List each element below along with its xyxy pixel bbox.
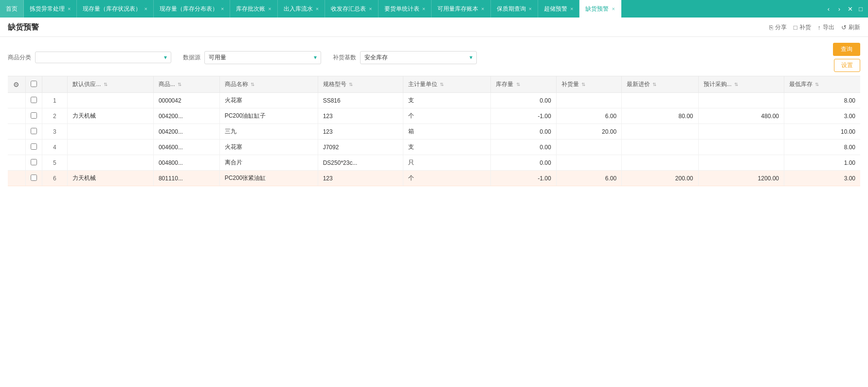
row-latest-price-cell — [622, 124, 698, 140]
category-select[interactable]: ▾ — [35, 52, 171, 63]
share-button[interactable]: ⎘ 分享 — [769, 23, 787, 32]
col-unit-sort-icon[interactable]: ⇅ — [440, 82, 444, 87]
col-stock-sort-icon[interactable]: ⇅ — [516, 82, 520, 87]
row-name-cell: 火花塞 — [219, 93, 318, 108]
col-checkbox-header[interactable] — [25, 76, 42, 93]
gear-icon[interactable]: ⚙ — [13, 81, 19, 88]
row-supplier-cell — [68, 155, 154, 171]
replenish-base-select[interactable]: 安全库存 ▾ — [360, 51, 477, 64]
col-latest-price-sort-icon[interactable]: ⇅ — [652, 82, 656, 87]
table-row[interactable]: 6力天机械801110...PC200张紧油缸123个-1.006.00200.… — [8, 171, 860, 186]
refresh-icon: ↺ — [841, 24, 847, 31]
row-latest-price-cell: 200.00 — [622, 171, 698, 186]
row-min-stock-cell: 3.00 — [784, 171, 861, 186]
row-checkbox-cell[interactable] — [25, 140, 42, 155]
row-name-cell: 火花塞 — [219, 140, 318, 155]
row-checkbox[interactable] — [31, 175, 37, 181]
shortage-table: ⚙ 默认供应... ⇅ 商品... ⇅ 商品名称 — [8, 76, 860, 186]
table-row[interactable]: 4004600...火花塞J7092支0.008.00 — [8, 140, 860, 155]
col-est-purchase-sort-icon[interactable]: ⇅ — [734, 82, 738, 87]
tab-maximize-button[interactable]: □ — [855, 3, 866, 14]
tab-close-expiry[interactable]: × — [529, 6, 532, 12]
table-row[interactable]: 2力天机械004200...PC200油缸缸子123个-1.006.0080.0… — [8, 108, 860, 124]
row-checkbox-cell[interactable] — [25, 155, 42, 171]
replenish-button[interactable]: □ 补货 — [794, 23, 811, 32]
tab-close-inventory-status[interactable]: × — [144, 6, 147, 12]
row-checkbox[interactable] — [31, 143, 37, 150]
row-num-cell: 3 — [42, 124, 68, 140]
col-settings[interactable]: ⚙ — [8, 76, 25, 93]
row-stock-cell: 0.00 — [491, 124, 556, 140]
col-supplier-sort-icon[interactable]: ⇅ — [104, 82, 108, 87]
row-unit-cell: 个 — [403, 108, 490, 124]
row-checkbox[interactable] — [31, 159, 37, 165]
row-supplier-cell — [68, 124, 154, 140]
table-row[interactable]: 3004200...三九123箱0.0020.0010.00 — [8, 124, 860, 140]
tab-close-abnormal[interactable]: × — [68, 6, 71, 12]
tab-close-order-stat[interactable]: × — [422, 6, 425, 12]
tab-abnormal[interactable]: 拣货异常处理× — [24, 0, 77, 18]
col-replenish-qty-sort-icon[interactable]: ⇅ — [581, 82, 585, 87]
tab-label-expiry: 保质期查询 — [497, 5, 526, 13]
row-unit-cell: 支 — [403, 93, 490, 108]
tab-batch-account[interactable]: 库存批次账× — [230, 0, 277, 18]
tab-close-all-button[interactable]: ✕ — [845, 3, 855, 14]
tab-close-collect-summary[interactable]: × — [369, 6, 372, 12]
row-spec-cell: DS250*23c... — [318, 155, 403, 171]
row-code-cell: 004200... — [153, 124, 219, 140]
tab-next-button[interactable]: › — [834, 3, 845, 14]
export-button[interactable]: ↑ 导出 — [818, 23, 835, 32]
settings-button[interactable]: 设置 — [834, 59, 860, 72]
row-min-stock-cell: 1.00 — [784, 155, 861, 171]
tab-close-overstock[interactable]: × — [570, 6, 573, 12]
table-row[interactable]: 10000042火花塞SS816支0.008.00 — [8, 93, 860, 108]
col-latest-price-header: 最新进价 ⇅ — [622, 76, 698, 93]
row-est-purchase-cell: 1200.00 — [698, 171, 784, 186]
tab-avail-ledger[interactable]: 可用量库存账本× — [432, 0, 490, 18]
row-checkbox[interactable] — [31, 112, 37, 119]
tab-label-overstock: 超储预警 — [544, 5, 567, 13]
col-code-label: 商品... — [159, 81, 175, 88]
row-checkbox[interactable] — [31, 97, 37, 103]
tab-prev-button[interactable]: ‹ — [823, 3, 834, 14]
tab-overstock[interactable]: 超储预警× — [538, 0, 579, 18]
row-latest-price-cell — [622, 155, 698, 171]
tab-close-shortage[interactable]: × — [612, 6, 615, 12]
row-checkbox-cell[interactable] — [25, 93, 42, 108]
col-min-stock-sort-icon[interactable]: ⇅ — [815, 82, 819, 87]
tab-nav-buttons: ‹ › ✕ □ — [823, 3, 868, 14]
tab-home[interactable]: 首页 — [0, 0, 24, 18]
row-est-purchase-cell — [698, 93, 784, 108]
refresh-button[interactable]: ↺ 刷新 — [841, 23, 860, 32]
col-code-sort-icon[interactable]: ⇅ — [178, 82, 181, 87]
col-name-label: 商品名称 — [225, 81, 248, 88]
tab-expiry[interactable]: 保质期查询× — [491, 0, 538, 18]
tab-label-batch-account: 库存批次账 — [236, 5, 265, 13]
col-spec-label: 规格型号 — [323, 81, 346, 88]
tab-close-batch-account[interactable]: × — [268, 6, 271, 12]
col-spec-sort-icon[interactable]: ⇅ — [349, 82, 353, 87]
tab-inventory-status[interactable]: 现存量（库存状况表）× — [77, 0, 153, 18]
tab-close-inout-flow[interactable]: × — [316, 6, 319, 12]
row-checkbox[interactable] — [31, 128, 37, 134]
table-row[interactable]: 5004800...离合片DS250*23c...只0.001.00 — [8, 155, 860, 171]
share-icon: ⎘ — [769, 24, 773, 31]
tab-order-stat[interactable]: 要货单统计表× — [379, 0, 432, 18]
page-title: 缺货预警 — [8, 22, 39, 33]
tab-inventory-dist[interactable]: 现存量（库存分布表）× — [154, 0, 230, 18]
row-checkbox-cell[interactable] — [25, 171, 42, 186]
tab-close-avail-ledger[interactable]: × — [481, 6, 484, 12]
row-checkbox-cell[interactable] — [25, 124, 42, 140]
col-name-sort-icon[interactable]: ⇅ — [251, 82, 254, 87]
tab-inout-flow[interactable]: 出入库流水× — [278, 0, 325, 18]
query-button[interactable]: 查询 — [833, 43, 860, 56]
select-all-checkbox[interactable] — [31, 81, 37, 87]
tab-close-inventory-dist[interactable]: × — [221, 6, 224, 12]
row-checkbox-cell[interactable] — [25, 108, 42, 124]
tab-label-avail-ledger: 可用量库存账本 — [437, 5, 478, 13]
tab-shortage[interactable]: 缺货预警× — [579, 0, 621, 18]
replenish-base-filter: 补货基数 安全库存 ▾ — [333, 51, 477, 64]
row-name-cell: 三九 — [219, 124, 318, 140]
tab-collect-summary[interactable]: 收发存汇总表× — [325, 0, 378, 18]
datasource-select[interactable]: 可用量 ▾ — [204, 51, 321, 64]
